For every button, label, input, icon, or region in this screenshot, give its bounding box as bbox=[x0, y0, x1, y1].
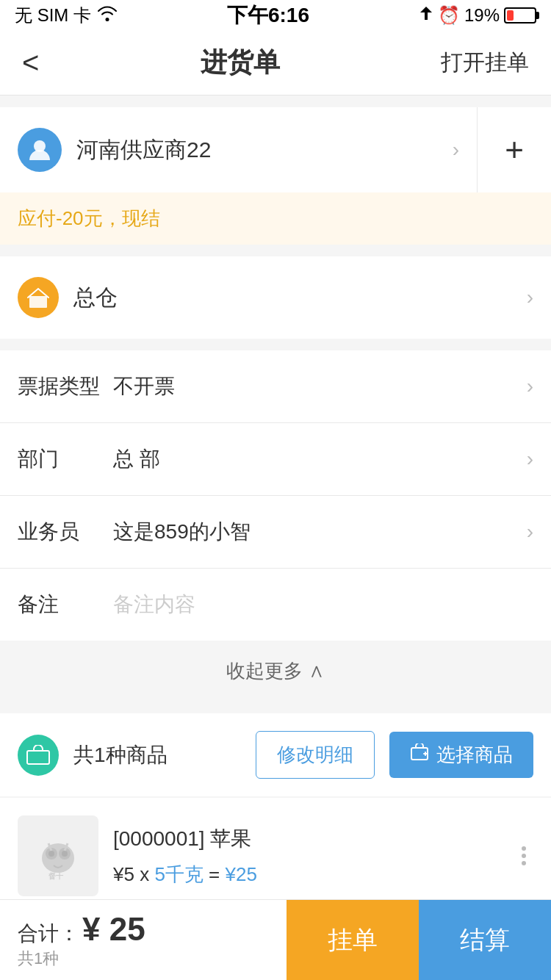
invoice-type-value: 不开票 bbox=[113, 372, 527, 400]
bottom-actions: 挂单 结算 bbox=[287, 900, 551, 980]
product-icon bbox=[18, 735, 59, 776]
department-value: 总 部 bbox=[113, 445, 527, 473]
status-left: 无 SIM 卡 bbox=[15, 4, 118, 27]
notice-bar: 应付-20元，现结 bbox=[0, 192, 551, 245]
open-hang-button[interactable]: 打开挂单 bbox=[441, 48, 529, 78]
product-thumbnail: 督十 bbox=[18, 815, 98, 896]
bottom-bar: 合计： ¥ 25 共1种 挂单 结算 bbox=[0, 899, 551, 980]
warehouse-name: 总仓 bbox=[73, 283, 527, 313]
page-title: 进货单 bbox=[201, 45, 280, 81]
section-gap-3 bbox=[0, 339, 551, 350]
carrier-label: 无 SIM 卡 bbox=[15, 4, 91, 27]
product-name: [0000001] 苹果 bbox=[113, 825, 500, 853]
total-amount: ¥ 25 bbox=[82, 911, 145, 948]
section-gap-4 bbox=[0, 702, 551, 713]
remark-label: 备注 bbox=[18, 591, 113, 619]
select-product-label: 选择商品 bbox=[436, 742, 513, 768]
location-icon bbox=[419, 5, 433, 26]
status-bar: 无 SIM 卡 下午6:16 ⏰ 19% bbox=[0, 0, 551, 31]
svg-rect-2 bbox=[27, 751, 49, 764]
supplier-name: 河南供应商22 bbox=[76, 135, 453, 165]
svg-point-7 bbox=[48, 851, 54, 857]
back-button[interactable]: < bbox=[22, 46, 39, 79]
invoice-type-label: 票据类型 bbox=[18, 372, 113, 400]
alarm-icon: ⏰ bbox=[438, 5, 460, 26]
section-gap-1 bbox=[0, 96, 551, 107]
salesperson-value: 这是859的小智 bbox=[113, 518, 527, 546]
battery-icon bbox=[504, 7, 536, 24]
hang-button[interactable]: 挂单 bbox=[287, 900, 419, 980]
checkout-button[interactable]: 结算 bbox=[419, 900, 551, 980]
status-time: 下午6:16 bbox=[227, 1, 309, 29]
salesperson-label: 业务员 bbox=[18, 518, 113, 546]
owl-logo: 督十 bbox=[32, 830, 84, 882]
supplier-chevron: › bbox=[453, 138, 459, 162]
supplier-row[interactable]: 河南供应商22 › bbox=[0, 107, 478, 192]
department-row[interactable]: 部门 总 部 › bbox=[0, 423, 551, 495]
remark-row[interactable]: 备注 备注内容 bbox=[0, 569, 551, 641]
invoice-type-chevron: › bbox=[527, 375, 533, 398]
total-count: 共1种 bbox=[18, 948, 269, 970]
department-label: 部门 bbox=[18, 445, 113, 473]
wifi-icon bbox=[97, 5, 118, 26]
total-section: 合计： ¥ 25 共1种 bbox=[0, 900, 287, 980]
select-icon bbox=[410, 743, 431, 766]
edit-detail-button[interactable]: 修改明细 bbox=[256, 731, 375, 779]
add-supplier-button[interactable]: + bbox=[478, 111, 551, 189]
status-right: ⏰ 19% bbox=[419, 5, 536, 26]
warehouse-icon bbox=[18, 277, 59, 318]
svg-text:督十: 督十 bbox=[48, 872, 64, 880]
product-more-button[interactable] bbox=[514, 839, 533, 873]
warehouse-row[interactable]: 总仓 › bbox=[0, 256, 551, 339]
supplier-section: 河南供应商22 › + bbox=[0, 107, 551, 192]
svg-rect-1 bbox=[29, 296, 47, 308]
product-item: 督十 [0000001] 苹果 ¥5 x 5千克 = ¥25 bbox=[0, 798, 551, 914]
collapse-button[interactable]: 收起更多 ∧ bbox=[0, 641, 551, 702]
salesperson-row[interactable]: 业务员 这是859的小智 › bbox=[0, 496, 551, 568]
total-label: 合计： bbox=[18, 920, 79, 948]
salesperson-chevron: › bbox=[527, 520, 533, 544]
battery-percentage: 19% bbox=[464, 5, 500, 26]
product-count: 共1种商品 bbox=[73, 741, 241, 769]
invoice-type-row[interactable]: 票据类型 不开票 › bbox=[0, 350, 551, 422]
product-header: 共1种商品 修改明细 选择商品 bbox=[0, 713, 551, 796]
select-product-button[interactable]: 选择商品 bbox=[389, 732, 533, 778]
warehouse-chevron: › bbox=[527, 286, 533, 309]
nav-bar: < 进货单 打开挂单 bbox=[0, 31, 551, 96]
supplier-avatar bbox=[18, 128, 62, 172]
product-price: ¥5 x 5千克 = ¥25 bbox=[113, 862, 500, 887]
product-info: [0000001] 苹果 ¥5 x 5千克 = ¥25 bbox=[113, 825, 500, 887]
svg-point-8 bbox=[62, 851, 68, 857]
department-chevron: › bbox=[527, 447, 533, 471]
section-gap-2 bbox=[0, 245, 551, 256]
remark-placeholder: 备注内容 bbox=[113, 591, 533, 619]
